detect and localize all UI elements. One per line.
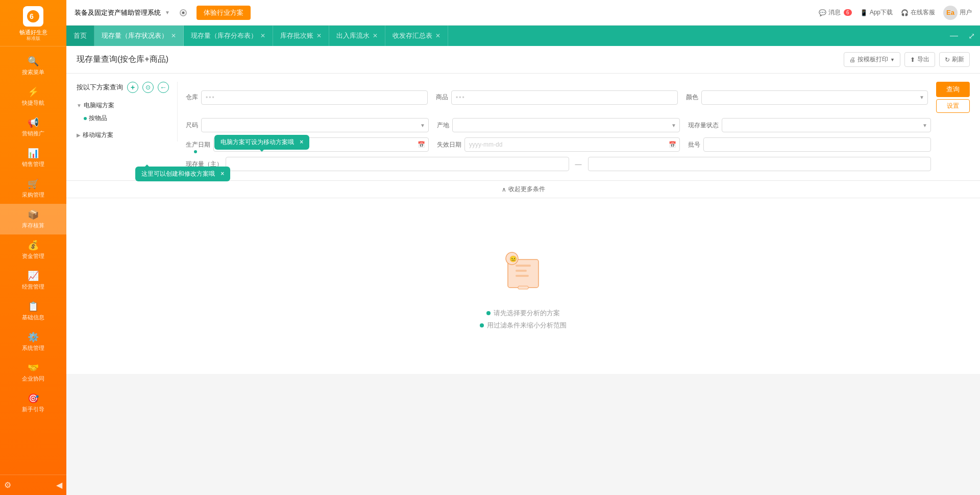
sidebar-item-finance[interactable]: 💰 资金管理 — [0, 234, 66, 265]
experience-btn[interactable]: 体验行业方案 — [197, 6, 251, 20]
tab-close-batch[interactable]: ✕ — [316, 32, 322, 39]
collapse-bar[interactable]: ∧ 收起更多条件 — [66, 181, 980, 198]
scheme-bottom-tooltip: 这里可以创建和修改方案哦 × — [135, 167, 230, 181]
tab-minimize-btn[interactable]: — — [945, 31, 963, 40]
product-dots: ••• — [456, 94, 465, 101]
sidebar-item-sales[interactable]: 📊 销售管理 — [0, 143, 66, 173]
range-separator: — — [572, 160, 585, 168]
size-label: 尺码 — [186, 121, 198, 130]
filter-origin: 产地 ▼ — [437, 118, 680, 132]
topbar-right: 💬 消息 6 📱 App下载 🎧 在线客服 Ea 用户 — [819, 6, 972, 20]
stock-qty-from[interactable] — [226, 157, 569, 171]
logo-icon: 6 — [23, 6, 43, 27]
filter-size: 尺码 ▼ — [186, 118, 429, 132]
stock-qty-to[interactable] — [588, 157, 932, 171]
origin-select[interactable]: ▼ — [452, 118, 680, 132]
reset-btn[interactable]: 设置 — [936, 99, 970, 113]
filter-row-4: 现存量（主） — — [186, 157, 970, 171]
tab-close-flow[interactable]: ✕ — [373, 32, 378, 39]
add-scheme-btn[interactable]: + — [127, 82, 138, 93]
online-service-btn[interactable]: 🎧 在线客服 — [901, 8, 935, 17]
tab-close-inventory-dist[interactable]: ✕ — [260, 32, 265, 39]
tooltip-top-close[interactable]: × — [300, 138, 303, 146]
scheme-expand-icon: ▼ — [77, 103, 82, 108]
desktop-sub-item[interactable]: 按物品 — [77, 112, 169, 125]
expire-date-label: 失效日期 — [437, 140, 461, 149]
tab-inventory-dist-label: 现存量（库存分布表） — [191, 31, 257, 40]
sidebar-item-purchase[interactable]: 🛒 采购管理 — [0, 173, 66, 204]
stock-status-select[interactable]: ▼ — [722, 118, 931, 132]
batch-input[interactable] — [703, 137, 931, 152]
filter-product: 商品 ••• — [436, 90, 678, 105]
mobile-scheme-item[interactable]: ▶ 移动端方案 — [77, 129, 169, 142]
topbar: 装备及固定资产辅助管理系统 ▼ 体验行业方案 💬 消息 6 📱 App下载 🎧 … — [66, 0, 980, 26]
size-select[interactable]: ▼ — [201, 118, 429, 132]
svg-point-2 — [182, 12, 184, 14]
mobile-scheme-expand-icon: ▶ — [77, 132, 81, 138]
page-header: 现存量查询(按仓库+商品) 🖨 按模板打印 ▼ ⬆ 导出 ↻ 刷新 — [66, 46, 980, 74]
export-btn[interactable]: ⬆ 导出 — [904, 52, 935, 67]
purchase-icon: 🛒 — [28, 178, 39, 190]
sidebar-item-operations[interactable]: 📈 经营管理 — [0, 265, 66, 296]
message-btn[interactable]: 💬 消息 6 — [819, 8, 852, 17]
sidebar-item-search[interactable]: 🔍 搜索菜单 — [0, 51, 66, 81]
sidebar-item-guide[interactable]: 🎯 新手引导 — [0, 388, 66, 418]
main-content: 现存量查询(按仓库+商品) 🖨 按模板打印 ▼ ⬆ 导出 ↻ 刷新 按以下方案查… — [66, 46, 980, 495]
export-icon: ⬆ — [910, 56, 915, 63]
print-icon: 🖨 — [849, 56, 855, 63]
tab-inventory-dist[interactable]: 现存量（库存分布表） ✕ — [184, 26, 273, 46]
app-download-btn[interactable]: 📱 App下载 — [860, 8, 893, 17]
sidebar-item-inventory[interactable]: 📦 库存核算 — [0, 204, 66, 234]
user-menu-btn[interactable]: Ea 用户 — [943, 6, 972, 20]
print-btn[interactable]: 🖨 按模板打印 ▼ — [844, 52, 900, 67]
product-select[interactable]: ••• — [451, 90, 678, 105]
tab-home[interactable]: 首页 — [66, 26, 94, 46]
sidebar-item-system[interactable]: ⚙️ 系统管理 — [0, 326, 66, 357]
tab-inventory-status[interactable]: 现存量（库存状况表） ✕ — [94, 26, 184, 46]
phone-icon: 📱 — [860, 9, 868, 16]
logo-area: 6 畅通好生意 标准版 — [0, 0, 66, 46]
print-dropdown-icon: ▼ — [890, 57, 895, 62]
finance-icon: 💰 — [28, 240, 39, 251]
query-btn[interactable]: 查询 — [936, 82, 970, 97]
refresh-btn[interactable]: ↻ 刷新 — [939, 52, 970, 67]
filter-header: 按以下方案查询 + ⊙ ← — [77, 82, 169, 93]
copy-scheme-btn[interactable]: ⊙ — [142, 82, 154, 93]
product-label: 商品 — [436, 93, 448, 102]
desktop-scheme-item[interactable]: ▼ 电脑端方案 — [77, 99, 169, 112]
tab-close-summary[interactable]: ✕ — [435, 32, 440, 39]
filter-batch: 批号 — [688, 137, 931, 152]
tab-fullscreen-btn[interactable]: ⤢ — [963, 31, 980, 41]
page-actions: 🖨 按模板打印 ▼ ⬆ 导出 ↻ 刷新 — [844, 52, 970, 67]
filter-label: 按以下方案查询 — [77, 83, 123, 92]
settings-bottom-icon[interactable]: ⚙ — [4, 480, 11, 490]
expire-date-start[interactable]: yyyy-mm-dd 📅 — [464, 137, 680, 152]
tab-close-inventory-status[interactable]: ✕ — [171, 32, 176, 39]
empty-step1: 请先选择要分析的方案 — [486, 309, 560, 318]
tab-summary[interactable]: 收发存汇总表 ✕ — [385, 26, 448, 46]
system-name-select[interactable]: 装备及固定资产辅助管理系统 ▼ — [75, 8, 170, 17]
color-select[interactable]: ▼ — [701, 90, 928, 105]
warehouse-select[interactable]: ••• — [201, 90, 428, 105]
size-arrow: ▼ — [420, 123, 425, 128]
empty-area: 😐 请先选择要分析的方案 用过滤条件来缩小分析范围 — [66, 198, 980, 374]
sidebar-item-collab[interactable]: 🤝 企业协同 — [0, 357, 66, 388]
guide-icon: 🎯 — [28, 393, 39, 404]
collab-icon: 🤝 — [28, 362, 39, 373]
svg-rect-9 — [518, 286, 528, 289]
calendar-icon: 📅 — [418, 141, 425, 148]
sidebar-item-marketing[interactable]: 📢 营销推广 — [0, 112, 66, 143]
desktop-scheme-tree: ▼ 电脑端方案 按物品 — [77, 99, 169, 125]
empty-step2-dot — [480, 323, 484, 327]
desktop-sub-scheme[interactable]: 按物品 — [84, 112, 169, 125]
sidebar-item-basic[interactable]: 📋 基础信息 — [0, 296, 66, 326]
page-title: 现存量查询(按仓库+商品) — [77, 54, 168, 65]
tab-batch[interactable]: 库存批次账 ✕ — [273, 26, 329, 46]
collapse-sidebar-btn[interactable]: ◀ — [56, 480, 62, 490]
tooltip-bottom-close[interactable]: × — [220, 170, 224, 177]
tab-flow[interactable]: 出入库流水 ✕ — [329, 26, 385, 46]
topbar-settings-btn[interactable] — [176, 6, 190, 20]
sidebar-item-quicknav[interactable]: ⚡ 快捷导航 — [0, 81, 66, 112]
back-scheme-btn[interactable]: ← — [158, 82, 169, 93]
message-badge: 6 — [844, 9, 852, 16]
